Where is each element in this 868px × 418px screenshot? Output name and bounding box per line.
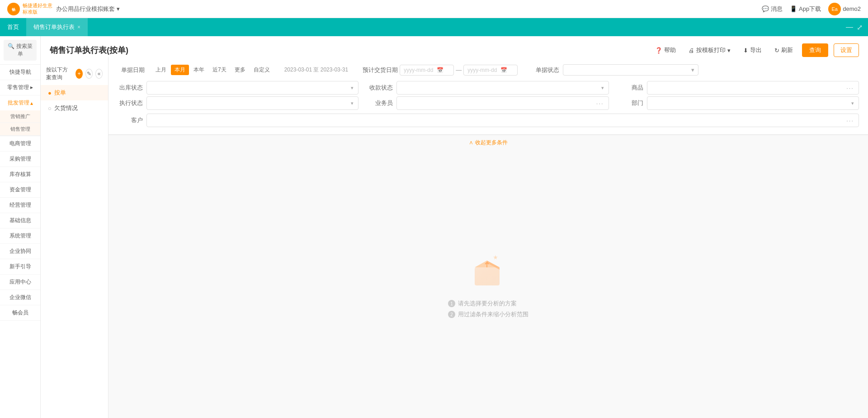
- goods-label: 商品: [618, 84, 643, 92]
- company-name: 办公用品行业模拟账套: [56, 5, 115, 13]
- top-header: 畅 畅捷通好生意 标准版 办公用品行业模拟账套 ▾ 💬 消息 📱 App下载 E…: [0, 0, 868, 18]
- status-group: 单据状态 ▾: [532, 64, 698, 76]
- user-area[interactable]: Ea demo2: [828, 3, 861, 15]
- goods-filter: 商品 ···: [618, 81, 859, 95]
- inventory-label: 库存核算: [9, 171, 31, 177]
- refresh-label: 刷新: [781, 46, 793, 54]
- right-content: 单据日期 上月 本月 本年 近7天 更多 自定义 2023-03-01 至 20…: [108, 57, 868, 418]
- sidebar-item-ecommerce[interactable]: 电商管理: [0, 136, 40, 152]
- search-menu-label: 搜索菜单: [16, 43, 33, 57]
- collapse-label: 收起更多条件: [475, 139, 508, 146]
- dept-filter: 部门 ▾: [618, 96, 859, 110]
- dept-select[interactable]: ▾: [647, 96, 859, 110]
- finance-label: 资金管理: [9, 186, 31, 193]
- user-name: demo2: [843, 5, 861, 12]
- date-tab-custom[interactable]: 自定义: [250, 65, 274, 75]
- dept-chevron: ▾: [851, 100, 854, 106]
- sidebar-item-system[interactable]: 系统管理: [0, 228, 40, 244]
- date-tab-last-month[interactable]: 上月: [152, 65, 170, 75]
- delivery-select[interactable]: ▾: [146, 81, 359, 95]
- empty-state: 1 请先选择要分析的方案 2 用过滤条件来缩小分析范围: [448, 247, 528, 321]
- date-range-text: 2023-03-01 至 2023-03-31: [284, 66, 348, 74]
- collapse-panel-btn[interactable]: «: [95, 69, 103, 79]
- ecommerce-label: 电商管理: [9, 140, 31, 147]
- sidebar-item-wholesale[interactable]: 批发管理 ▴: [0, 95, 40, 110]
- wholesale-label: 批发管理: [8, 99, 29, 107]
- sidebar-item-inventory[interactable]: 库存核算: [0, 167, 40, 182]
- filter-row-date: 单据日期 上月 本月 本年 近7天 更多 自定义 2023-03-01 至 20…: [118, 64, 859, 76]
- page-actions: ❓ 帮助 🖨 按模板打印 ▾ ⬇ 导出 ↻ 刷新 查询 设置: [651, 43, 859, 57]
- customer-input[interactable]: ···: [146, 114, 859, 127]
- debt-label: 欠货情况: [54, 104, 78, 112]
- query-btn[interactable]: 查询: [802, 43, 828, 57]
- sidebar-item-corp[interactable]: 企业协同: [0, 244, 40, 259]
- print-btn[interactable]: 🖨 按模板打印 ▾: [685, 44, 734, 56]
- settings-btn[interactable]: 设置: [834, 43, 859, 57]
- filter-row-3: 执行状态 ▾ 业务员 ···: [118, 96, 859, 110]
- app-download-btn[interactable]: 📱 App下载: [790, 5, 821, 13]
- sidebar: 🔍 搜索菜单 快捷导航 零售管理 ▸ 批发管理 ▴ 营销推广 销售管理: [0, 36, 41, 418]
- collapse-btn[interactable]: ∧ 收起更多条件: [108, 135, 868, 150]
- tab-close-icon[interactable]: ×: [77, 24, 80, 30]
- add-scheme-btn[interactable]: +: [75, 69, 83, 79]
- search-menu-btn[interactable]: 🔍 搜索菜单: [4, 40, 37, 61]
- salesman-input[interactable]: ···: [396, 96, 609, 110]
- sidebar-item-sales[interactable]: 销售管理: [0, 123, 40, 136]
- date-tab-this-year[interactable]: 本年: [190, 65, 208, 75]
- print-arrow: ▾: [727, 47, 731, 54]
- salesman-dots: ···: [596, 100, 604, 107]
- sidebar-item-marketing[interactable]: 营销推广: [0, 110, 40, 123]
- sidebar-item-appstore[interactable]: 应用中心: [0, 275, 40, 290]
- wechat-label: 企业微信: [9, 294, 31, 300]
- order-icon: ●: [48, 90, 52, 96]
- delivery-filter: 出库状态 ▾: [118, 81, 359, 95]
- svg-rect-2: [475, 267, 500, 285]
- date-tab-more[interactable]: 更多: [231, 65, 249, 75]
- refresh-btn[interactable]: ↻ 刷新: [771, 44, 797, 56]
- exec-label: 执行状态: [118, 99, 143, 107]
- message-icon: 💬: [762, 5, 769, 12]
- sidebar-item-wechat[interactable]: 企业微信: [0, 290, 40, 305]
- tab-sales-exec[interactable]: 销售订单执行表 ×: [26, 18, 88, 36]
- goods-input[interactable]: ···: [647, 81, 859, 95]
- sidebar-group-wholesale: 批发管理 ▴ 营销推广 销售管理: [0, 95, 40, 136]
- exec-filter: 执行状态 ▾: [118, 96, 359, 110]
- help-icon: ❓: [655, 47, 662, 54]
- status-select[interactable]: ▾: [563, 64, 698, 76]
- sidebar-item-basic[interactable]: 基础信息: [0, 213, 40, 228]
- export-btn[interactable]: ⬇ 导出: [740, 44, 765, 56]
- edit-scheme-btn[interactable]: ✎: [85, 69, 93, 79]
- sidebar-item-retail[interactable]: 零售管理 ▸: [0, 80, 40, 95]
- panel-item-order[interactable]: ● 按单: [41, 85, 108, 100]
- exec-select[interactable]: ▾: [146, 96, 359, 110]
- sidebar-item-member[interactable]: 畅会员: [0, 305, 40, 321]
- expected-date-start[interactable]: yyyy-mm-dd 📅: [400, 65, 454, 76]
- tab-minimize-icon[interactable]: —: [846, 23, 853, 31]
- expected-date-group: 预计交货日期 yyyy-mm-dd 📅 — yyyy-mm-dd 📅: [363, 65, 518, 76]
- sidebar-item-operations[interactable]: 经营管理: [0, 198, 40, 213]
- order-label: 按单: [54, 89, 66, 97]
- sidebar-item-newbie[interactable]: 新手引导: [0, 259, 40, 275]
- tip-text-2: 用过滤条件来缩小分析范围: [458, 310, 528, 318]
- empty-illustration: [466, 247, 511, 292]
- tab-maximize-icon[interactable]: ⤢: [857, 23, 863, 32]
- sidebar-sub-wholesale: 营销推广 销售管理: [0, 110, 40, 136]
- date-tab-7days[interactable]: 近7天: [209, 65, 230, 75]
- print-icon: 🖨: [689, 47, 694, 54]
- print-label: 按模板打印: [696, 46, 726, 54]
- sidebar-item-purchase[interactable]: 采购管理: [0, 152, 40, 167]
- sidebar-item-quick-nav[interactable]: 快捷导航: [0, 65, 40, 80]
- filter-row-2: 出库状态 ▾ 收款状态 ▾: [118, 81, 859, 95]
- date-tab-this-month[interactable]: 本月: [171, 65, 189, 75]
- expected-date-end[interactable]: yyyy-mm-dd 📅: [463, 65, 518, 76]
- purchase-label: 采购管理: [9, 156, 31, 162]
- panel-item-debt[interactable]: ○ 欠货情况: [41, 100, 108, 116]
- message-btn[interactable]: 💬 消息: [762, 5, 783, 13]
- help-btn[interactable]: ❓ 帮助: [651, 44, 679, 56]
- sidebar-item-finance[interactable]: 资金管理: [0, 182, 40, 198]
- logo-icon: 畅: [7, 3, 20, 15]
- tab-home[interactable]: 首页: [0, 18, 26, 36]
- receipt-select[interactable]: ▾: [396, 81, 609, 95]
- left-panel-header: 按以下方案查询 + ✎ «: [41, 62, 108, 85]
- company-selector[interactable]: 办公用品行业模拟账套 ▾: [56, 5, 120, 13]
